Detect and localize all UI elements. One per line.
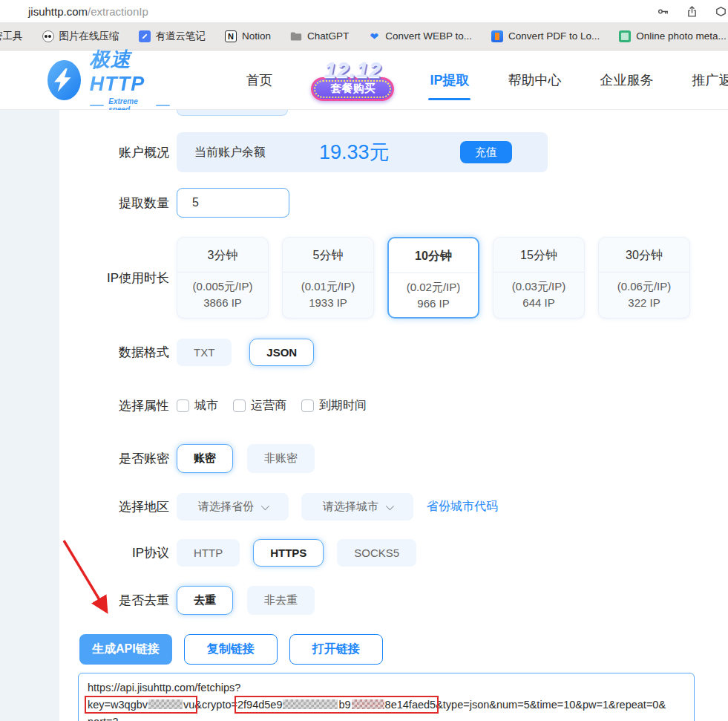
dedupe-option-no[interactable]: 非去重 bbox=[247, 586, 315, 615]
chevron-down-icon bbox=[261, 501, 269, 509]
city-select[interactable]: 请选择城市 bbox=[301, 493, 413, 521]
panda-icon bbox=[42, 30, 54, 42]
format-option-json-selected[interactable]: JSON bbox=[249, 339, 314, 366]
heart-icon bbox=[368, 30, 380, 42]
browser-url-bar: jisuhttp.com/extractionIp bbox=[0, 0, 728, 22]
checkbox-isp[interactable]: 运营商 bbox=[233, 398, 286, 414]
duration-label: IP使用时长 bbox=[59, 270, 169, 287]
pixelated-censor bbox=[352, 699, 384, 709]
checkbox-expiry[interactable]: 到期时间 bbox=[301, 398, 367, 414]
site-logo[interactable]: 极速HTTP Extreme speed bbox=[47, 46, 170, 114]
checkbox-city[interactable]: 城市 bbox=[177, 398, 218, 414]
site-header: 极速HTTP Extreme speed 首页 12.12 套餐购买 IP提取 … bbox=[0, 50, 728, 110]
checkbox-box[interactable] bbox=[177, 399, 189, 412]
redacted-key-highlight: key=w3qgbvvu bbox=[88, 699, 194, 711]
auth-label: 是否账密 bbox=[59, 450, 169, 467]
bookmark-item[interactable]: 图片在线压缩 bbox=[42, 30, 119, 43]
bookmark-item[interactable]: 有道云笔记 bbox=[139, 30, 206, 43]
region-row: 选择地区 请选择省份 请选择城市 省份城市代码 bbox=[59, 493, 728, 521]
share-icon[interactable] bbox=[686, 5, 698, 18]
extension-icon[interactable] bbox=[715, 5, 727, 18]
protocol-row: IP协议 HTTP HTTPS SOCKS5 bbox=[59, 539, 728, 567]
bookmark-item[interactable]: ChatGPT bbox=[290, 30, 349, 42]
checkbox-box[interactable] bbox=[301, 399, 314, 412]
protocol-label: IP协议 bbox=[59, 544, 169, 561]
format-label: 数据格式 bbox=[59, 344, 169, 361]
url-path[interactable]: /extractionIp bbox=[88, 5, 148, 18]
password-key-icon[interactable] bbox=[657, 5, 669, 18]
dedupe-row: 是否去重 去重 非去重 bbox=[59, 586, 728, 615]
protocol-option-https-selected[interactable]: HTTPS bbox=[253, 539, 324, 567]
copy-link-button[interactable]: 复制链接 bbox=[184, 634, 278, 665]
protocol-option-socks5[interactable]: SOCKS5 bbox=[337, 539, 416, 567]
api-url-output[interactable]: https://api.jisuhttp.com/fetchips? key=w… bbox=[78, 673, 695, 721]
recharge-button[interactable]: 充值 bbox=[460, 141, 512, 163]
lightning-logo-icon bbox=[47, 60, 81, 100]
promo-banner-1212[interactable]: 12.12 套餐购买 bbox=[311, 59, 394, 101]
nav-ip-extract[interactable]: IP提取 bbox=[430, 71, 469, 89]
duration-card-30min[interactable]: 30分钟 (0.06元/IP) 322 IP bbox=[598, 237, 690, 319]
api-url-line2: key=w3qgbvvu&crypto=2f94d5e9b98e14faed5&… bbox=[88, 696, 685, 714]
balance-value: 19.33元 bbox=[319, 139, 390, 166]
action-buttons-row: 生成API链接 复制链接 打开链接 bbox=[79, 634, 728, 665]
duration-card-10min-selected[interactable]: 10分钟 (0.02元/IP) 966 IP bbox=[387, 237, 479, 319]
auth-row: 是否账密 账密 非账密 bbox=[59, 444, 728, 473]
bookmark-item[interactable]: NNotion bbox=[225, 30, 271, 42]
nav-enterprise[interactable]: 企业服务 bbox=[600, 71, 653, 89]
folder-icon bbox=[290, 30, 302, 42]
checkbox-box[interactable] bbox=[233, 399, 246, 412]
redacted-crypto-highlight: 2f94d5e9b98e14faed5 bbox=[237, 699, 436, 711]
format-row: 数据格式 TXT JSON bbox=[59, 339, 728, 366]
cutoff-input-fragment bbox=[177, 110, 288, 116]
api-url-line3: port=2 bbox=[88, 714, 685, 721]
generate-api-link-button[interactable]: 生成API链接 bbox=[79, 634, 172, 665]
account-row: 账户概况 当前账户余额 19.33元 充值 bbox=[59, 110, 728, 172]
quantity-row: 提取数量 bbox=[59, 188, 728, 218]
logo-title: 极速HTTP bbox=[90, 46, 171, 96]
pixelated-censor bbox=[283, 699, 338, 709]
duration-card-3min[interactable]: 3分钟 (0.005元/IP) 3866 IP bbox=[177, 237, 269, 319]
api-url-line1: https://api.jisuhttp.com/fetchips? bbox=[88, 679, 685, 696]
format-option-txt[interactable]: TXT bbox=[177, 339, 232, 366]
auth-option-no-account[interactable]: 非账密 bbox=[247, 444, 315, 473]
account-label: 账户概况 bbox=[59, 144, 169, 161]
main-nav: 首页 12.12 套餐购买 IP提取 帮助中心 企业服务 推广返利 bbox=[246, 59, 728, 101]
main-area: 账户概况 当前账户余额 19.33元 充值 提取数量 IP使用时长 3分钟 bbox=[0, 110, 728, 721]
attributes-row: 选择属性 城市 运营商 到期时间 bbox=[59, 397, 728, 414]
extraction-form-panel: 账户概况 当前账户余额 19.33元 充值 提取数量 IP使用时长 3分钟 bbox=[59, 110, 728, 721]
pdf-converter-icon bbox=[491, 30, 503, 42]
duration-card-5min[interactable]: 5分钟 (0.01元/IP) 1933 IP bbox=[282, 237, 374, 319]
url-host[interactable]: jisuhttp.com bbox=[28, 5, 88, 18]
nav-referral[interactable]: 推广返利 bbox=[692, 71, 728, 89]
balance-panel: 当前账户余额 19.33元 充值 bbox=[177, 132, 548, 172]
balance-label: 当前账户余额 bbox=[194, 145, 266, 160]
province-select[interactable]: 请选择省份 bbox=[177, 493, 289, 521]
bookmark-item[interactable]: Convert PDF to Lo... bbox=[491, 30, 600, 42]
pixelated-censor bbox=[148, 699, 183, 709]
duration-card-15min[interactable]: 15分钟 (0.03元/IP) 644 IP bbox=[493, 237, 585, 319]
quantity-input[interactable] bbox=[177, 188, 289, 218]
bookmark-item[interactable]: Online photo meta... bbox=[619, 30, 727, 42]
notion-icon: N bbox=[225, 30, 237, 42]
bookmark-item[interactable]: 密工具 bbox=[0, 30, 23, 43]
nav-home[interactable]: 首页 bbox=[246, 71, 272, 89]
open-link-button[interactable]: 打开链接 bbox=[289, 634, 383, 665]
photo-meta-icon bbox=[619, 30, 631, 42]
dedupe-option-yes-selected[interactable]: 去重 bbox=[177, 586, 233, 615]
chevron-down-icon bbox=[386, 501, 394, 509]
protocol-option-http[interactable]: HTTP bbox=[177, 539, 240, 567]
dedupe-label: 是否去重 bbox=[59, 592, 169, 609]
pen-icon bbox=[139, 30, 151, 42]
auth-option-account-selected[interactable]: 账密 bbox=[177, 444, 233, 473]
bookmark-item[interactable]: Convert WEBP to... bbox=[368, 30, 472, 42]
region-label: 选择地区 bbox=[59, 498, 169, 515]
quantity-label: 提取数量 bbox=[59, 195, 169, 212]
attributes-label: 选择属性 bbox=[59, 397, 169, 414]
nav-help-center[interactable]: 帮助中心 bbox=[508, 71, 561, 89]
duration-row: IP使用时长 3分钟 (0.005元/IP) 3866 IP 5分钟 (0.01… bbox=[59, 237, 728, 319]
province-city-code-link[interactable]: 省份城市代码 bbox=[427, 499, 498, 515]
